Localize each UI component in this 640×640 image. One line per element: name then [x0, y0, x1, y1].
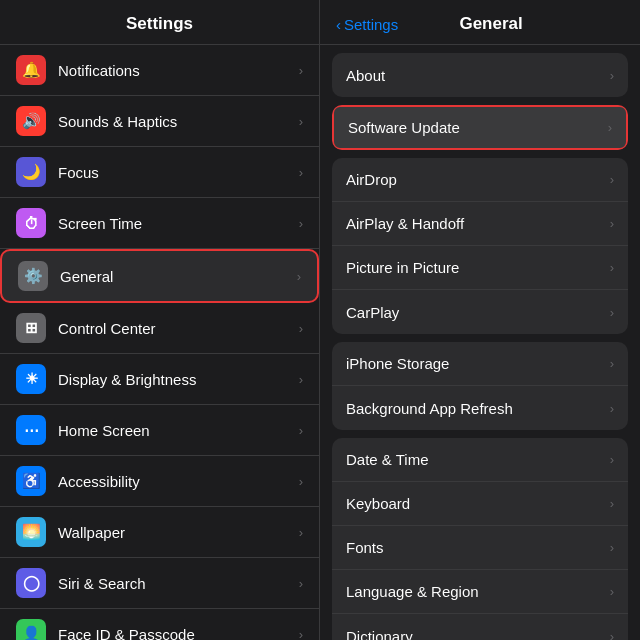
sidebar-item-focus[interactable]: 🌙Focus› [0, 147, 319, 198]
right-item-carplay[interactable]: CarPlay› [332, 290, 628, 334]
sidebar-item-screen-time[interactable]: ⏱Screen Time› [0, 198, 319, 249]
screen-time-label: Screen Time [58, 215, 299, 232]
accessibility-chevron-icon: › [299, 474, 303, 489]
left-panel: Settings 🔔Notifications›🔊Sounds & Haptic… [0, 0, 320, 640]
software-update-label: Software Update [348, 119, 608, 136]
notifications-chevron-icon: › [299, 63, 303, 78]
general-icon: ⚙️ [18, 261, 48, 291]
right-panel: ‹ Settings General About›Software Update… [320, 0, 640, 640]
airdrop-label: AirDrop [346, 171, 610, 188]
about-chevron-icon: › [610, 68, 614, 83]
wallpaper-chevron-icon: › [299, 525, 303, 540]
sidebar-item-faceid[interactable]: 👤Face ID & Passcode› [0, 609, 319, 640]
fonts-chevron-icon: › [610, 540, 614, 555]
right-item-software-update[interactable]: Software Update› [332, 105, 628, 150]
right-item-picture[interactable]: Picture in Picture› [332, 246, 628, 290]
notifications-icon: 🔔 [16, 55, 46, 85]
control-center-label: Control Center [58, 320, 299, 337]
accessibility-label: Accessibility [58, 473, 299, 490]
sidebar-item-control-center[interactable]: ⊞Control Center› [0, 303, 319, 354]
picture-chevron-icon: › [610, 260, 614, 275]
airplay-chevron-icon: › [610, 216, 614, 231]
keyboard-chevron-icon: › [610, 496, 614, 511]
airplay-label: AirPlay & Handoff [346, 215, 610, 232]
general-chevron-icon: › [297, 269, 301, 284]
display-label: Display & Brightness [58, 371, 299, 388]
sidebar-item-notifications[interactable]: 🔔Notifications› [0, 45, 319, 96]
right-item-about[interactable]: About› [332, 53, 628, 97]
dictionary-label: Dictionary [346, 628, 610, 641]
control-center-icon: ⊞ [16, 313, 46, 343]
right-title: General [398, 14, 584, 34]
right-item-fonts[interactable]: Fonts› [332, 526, 628, 570]
fonts-label: Fonts [346, 539, 610, 556]
background-label: Background App Refresh [346, 400, 610, 417]
back-chevron-icon: ‹ [336, 16, 341, 33]
right-group-4: Date & Time›Keyboard›Fonts›Language & Re… [332, 438, 628, 640]
siri-label: Siri & Search [58, 575, 299, 592]
focus-label: Focus [58, 164, 299, 181]
right-group-1: Software Update› [332, 105, 628, 150]
sounds-chevron-icon: › [299, 114, 303, 129]
accessibility-icon: ♿ [16, 466, 46, 496]
sidebar-item-accessibility[interactable]: ♿Accessibility› [0, 456, 319, 507]
notifications-label: Notifications [58, 62, 299, 79]
control-center-chevron-icon: › [299, 321, 303, 336]
display-chevron-icon: › [299, 372, 303, 387]
wallpaper-label: Wallpaper [58, 524, 299, 541]
right-group-2: AirDrop›AirPlay & Handoff›Picture in Pic… [332, 158, 628, 334]
right-content: About›Software Update›AirDrop›AirPlay & … [320, 53, 640, 640]
language-chevron-icon: › [610, 584, 614, 599]
datetime-chevron-icon: › [610, 452, 614, 467]
carplay-label: CarPlay [346, 304, 610, 321]
sounds-icon: 🔊 [16, 106, 46, 136]
faceid-label: Face ID & Passcode [58, 626, 299, 641]
about-label: About [346, 67, 610, 84]
right-item-dictionary[interactable]: Dictionary› [332, 614, 628, 640]
siri-chevron-icon: › [299, 576, 303, 591]
right-item-airplay[interactable]: AirPlay & Handoff› [332, 202, 628, 246]
carplay-chevron-icon: › [610, 305, 614, 320]
display-icon: ☀ [16, 364, 46, 394]
iphone-storage-chevron-icon: › [610, 356, 614, 371]
left-title: Settings [126, 14, 193, 33]
sidebar-item-display[interactable]: ☀Display & Brightness› [0, 354, 319, 405]
right-item-airdrop[interactable]: AirDrop› [332, 158, 628, 202]
screen-time-chevron-icon: › [299, 216, 303, 231]
sidebar-item-sounds[interactable]: 🔊Sounds & Haptics› [0, 96, 319, 147]
sidebar-item-wallpaper[interactable]: 🌅Wallpaper› [0, 507, 319, 558]
language-label: Language & Region [346, 583, 610, 600]
left-header: Settings [0, 0, 319, 45]
sidebar-item-siri[interactable]: ◯Siri & Search› [0, 558, 319, 609]
faceid-chevron-icon: › [299, 627, 303, 641]
back-button[interactable]: ‹ Settings [336, 16, 398, 33]
software-update-chevron-icon: › [608, 120, 612, 135]
right-group-0: About› [332, 53, 628, 97]
settings-list: 🔔Notifications›🔊Sounds & Haptics›🌙Focus›… [0, 45, 319, 640]
wallpaper-icon: 🌅 [16, 517, 46, 547]
sidebar-item-home-screen[interactable]: ⋯Home Screen› [0, 405, 319, 456]
right-header: ‹ Settings General [320, 0, 640, 45]
siri-icon: ◯ [16, 568, 46, 598]
right-item-iphone-storage[interactable]: iPhone Storage› [332, 342, 628, 386]
screen-time-icon: ⏱ [16, 208, 46, 238]
right-item-background[interactable]: Background App Refresh› [332, 386, 628, 430]
focus-chevron-icon: › [299, 165, 303, 180]
background-chevron-icon: › [610, 401, 614, 416]
home-screen-chevron-icon: › [299, 423, 303, 438]
sidebar-item-general[interactable]: ⚙️General› [0, 249, 319, 303]
home-screen-label: Home Screen [58, 422, 299, 439]
right-item-keyboard[interactable]: Keyboard› [332, 482, 628, 526]
right-item-datetime[interactable]: Date & Time› [332, 438, 628, 482]
iphone-storage-label: iPhone Storage [346, 355, 610, 372]
sounds-label: Sounds & Haptics [58, 113, 299, 130]
airdrop-chevron-icon: › [610, 172, 614, 187]
datetime-label: Date & Time [346, 451, 610, 468]
faceid-icon: 👤 [16, 619, 46, 640]
right-group-3: iPhone Storage›Background App Refresh› [332, 342, 628, 430]
dictionary-chevron-icon: › [610, 629, 614, 641]
keyboard-label: Keyboard [346, 495, 610, 512]
general-label: General [60, 268, 297, 285]
focus-icon: 🌙 [16, 157, 46, 187]
right-item-language[interactable]: Language & Region› [332, 570, 628, 614]
